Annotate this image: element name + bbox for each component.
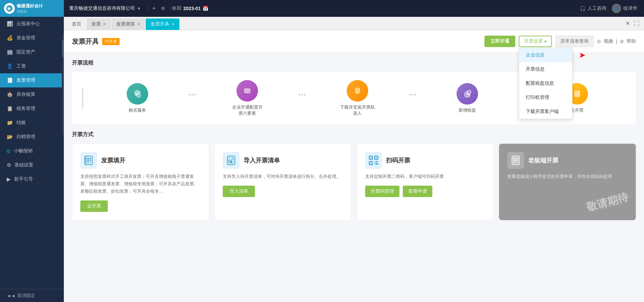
tab-invoice-calc-label: 发票测算 bbox=[116, 21, 135, 27]
flow-step-buy-label: 购买服务 bbox=[129, 107, 146, 113]
method-card-scan: 扫码开票 支持定制开票二维码，客户端可扫码开票 开票码管理 查看申请 bbox=[357, 144, 494, 220]
settings-btn-label: 开票设置 bbox=[524, 38, 543, 44]
user-area[interactable]: 👤 徐泽华 bbox=[612, 4, 637, 13]
sidebar-item-archive[interactable]: 📂 归档管理 bbox=[0, 130, 64, 144]
connector-1 bbox=[186, 94, 199, 96]
add-disk-icon: 税 + bbox=[457, 83, 478, 105]
page-content: 发票开具 待开通 立即开通 开票设置 ▾ bbox=[64, 30, 644, 302]
sidebar-label-inventory: 库存核算 bbox=[16, 91, 35, 98]
sidebar-item-cloud-report[interactable]: 📊 云报表中心 bbox=[0, 17, 64, 31]
svg-rect-15 bbox=[575, 91, 579, 97]
fixed-assets-icon: 🏢 bbox=[7, 49, 13, 55]
sidebar-scrollbar-thumb bbox=[62, 40, 63, 57]
download-client-label: 下载开票客户端 bbox=[526, 109, 559, 114]
inventory-icon: 🏠 bbox=[7, 91, 13, 98]
import-card-desc: 支持导入待开票清单，可对待开票清单进行拆分、合并处理。 bbox=[223, 173, 343, 180]
flow-step-download-label: 下载并安装开票机器人 bbox=[339, 104, 376, 116]
boss-card-desc: 查看老板端小程序提交的开票申请，并作出相应的处理 bbox=[507, 173, 628, 180]
sidebar-item-settings[interactable]: ⚙ 基础设置 bbox=[0, 158, 64, 172]
flow-step-config: 企业开通配置开票六要素 bbox=[199, 80, 296, 116]
settings-icon[interactable]: ⚙ bbox=[158, 4, 168, 12]
tab-invoice-open-close[interactable]: ✕ bbox=[171, 22, 175, 27]
import-invoice-btn[interactable]: 导入清单 bbox=[223, 186, 255, 197]
sidebar-item-report[interactable]: © 小畅报销 bbox=[0, 144, 64, 158]
svg-text:畅: 畅 bbox=[7, 7, 11, 10]
tab-invoice-label: 发票 bbox=[91, 21, 101, 27]
maximize-btn[interactable]: ⛶ bbox=[633, 19, 641, 28]
tab-invoice[interactable]: 发票 ✕ bbox=[87, 18, 111, 30]
method-card-import: 导入开票清单 支持导入待开票清单，可对待开票清单进行拆分、合并处理。 导入清单 bbox=[214, 144, 351, 220]
archive-icon: 📂 bbox=[7, 134, 13, 140]
method-section-title: 开票方式 bbox=[72, 131, 636, 138]
dropdown-item-company-info[interactable]: 企业信息 ➤ bbox=[519, 48, 572, 62]
flow-step-download: 下载并安装开票机器人 bbox=[308, 80, 406, 116]
add-company-btn[interactable]: + bbox=[149, 4, 159, 13]
svg-rect-31 bbox=[375, 157, 377, 159]
dropdown-item-tax-disk[interactable]: 配置税盘信息 bbox=[519, 76, 572, 90]
dropdown-item-printer[interactable]: 打印机管理 bbox=[519, 90, 572, 105]
fill-invoice-btn[interactable]: 去开票 bbox=[80, 200, 108, 212]
logo-text-block: 畅捷通好会计 旗舰版 bbox=[17, 3, 43, 14]
cancel-fixed-btn[interactable]: ◄◄ 取消固定 bbox=[0, 289, 64, 302]
divider1: | bbox=[147, 6, 148, 11]
support-btn[interactable]: 🎧 人工咨询 bbox=[580, 5, 606, 11]
import-card-title: 导入开票清单 bbox=[244, 156, 280, 164]
tab-invoice-calc[interactable]: 发票测算 ✕ bbox=[112, 18, 145, 30]
sidebar-item-fund[interactable]: 💰 资金管理 bbox=[0, 31, 64, 45]
scan-invoice-icon bbox=[365, 152, 382, 169]
sidebar-item-invoice[interactable]: 🧾 发票管理 bbox=[0, 73, 64, 87]
company-dropdown-icon: ▾ bbox=[138, 6, 140, 11]
video-help-area[interactable]: ⊙ 视频 | ⊘ 帮助 bbox=[597, 38, 636, 44]
import-invoice-icon bbox=[223, 152, 240, 169]
scan-card-title: 扫码开票 bbox=[386, 156, 410, 164]
fill-invoice-icon bbox=[80, 152, 97, 169]
close-btn[interactable]: ✕ bbox=[624, 19, 631, 28]
scan-code-mgmt-btn[interactable]: 开票码管理 bbox=[365, 186, 399, 197]
dropdown-item-download-client[interactable]: 下载开票客户端 bbox=[519, 105, 572, 119]
invoice-settings-btn[interactable]: 开票设置 ▾ bbox=[519, 36, 552, 47]
calendar-icon: 📅 bbox=[203, 6, 208, 11]
sidebar-item-settlement[interactable]: 📁 结账 bbox=[0, 116, 64, 130]
activate-btn[interactable]: 立即开通 bbox=[484, 36, 515, 47]
fill-card-header: 发票填开 bbox=[80, 152, 201, 169]
company-selector[interactable]: 重庆畅捷交通信息咨询有限公司 ▾ bbox=[64, 5, 145, 11]
download-icon bbox=[347, 80, 368, 102]
tax-disk-label: 配置税盘信息 bbox=[526, 80, 554, 86]
sidebar-item-payroll[interactable]: 👤 工资 bbox=[0, 59, 64, 73]
sidebar-label-fund: 资金管理 bbox=[16, 35, 35, 41]
scan-card-buttons: 开票码管理 查看申请 bbox=[365, 186, 485, 197]
tab-invoice-close[interactable]: ✕ bbox=[103, 22, 106, 27]
dropdown-item-invoice-info[interactable]: 开票信息 bbox=[519, 62, 572, 76]
sidebar-label-report: 小畅报销 bbox=[14, 148, 33, 154]
tab-invoice-open[interactable]: 发票开具 ✕ bbox=[146, 18, 179, 30]
svg-rect-24 bbox=[84, 156, 86, 165]
divider-bar: | bbox=[616, 39, 617, 44]
cloud-report-icon: 📊 bbox=[7, 21, 13, 27]
method-section: 开票方式 bbox=[64, 131, 644, 228]
tab-invoice-calc-close[interactable]: ✕ bbox=[137, 22, 140, 27]
logo[interactable]: 畅 畅捷通好会计 旗舰版 bbox=[0, 0, 64, 17]
company-info-label: 企业信息 bbox=[526, 52, 545, 58]
period-label: 账期 bbox=[172, 5, 181, 11]
status-badge: 待开通 bbox=[102, 38, 120, 45]
buy-service-icon: + bbox=[127, 83, 148, 105]
svg-rect-33 bbox=[370, 162, 372, 164]
question-icon: ⊘ bbox=[620, 39, 624, 44]
report-icon: © bbox=[7, 148, 10, 154]
period-area[interactable]: 账期 2023-01 📅 bbox=[172, 5, 208, 11]
tab-home[interactable]: 首页 bbox=[67, 18, 86, 30]
svg-rect-29 bbox=[370, 157, 372, 159]
boss-card-title: 老板端开票 bbox=[528, 156, 558, 164]
sidebar-item-inventory[interactable]: 🏠 库存核算 bbox=[0, 87, 64, 102]
sidebar-label-cloud-report: 云报表中心 bbox=[16, 21, 40, 27]
settings-dropdown: 企业信息 ➤ 开票信息 配置税盘信息 bbox=[519, 48, 572, 119]
sidebar-item-fixed-assets[interactable]: 🏢 固定资产 bbox=[0, 45, 64, 59]
sidebar-item-tax[interactable]: 📋 税务管理 bbox=[0, 102, 64, 116]
scan-view-apply-btn[interactable]: 查看申请 bbox=[403, 186, 432, 197]
sidebar-item-guide[interactable]: ▶ 新手引导 bbox=[0, 172, 64, 186]
abnormal-list-btn[interactable]: 异常清单查询 bbox=[555, 36, 594, 47]
flow-left-indicator bbox=[82, 87, 83, 109]
help-label: 帮助 bbox=[627, 38, 636, 44]
flow-step-add-disk-label: 新增税盘 bbox=[459, 107, 476, 113]
tax-icon: 📋 bbox=[7, 106, 13, 112]
